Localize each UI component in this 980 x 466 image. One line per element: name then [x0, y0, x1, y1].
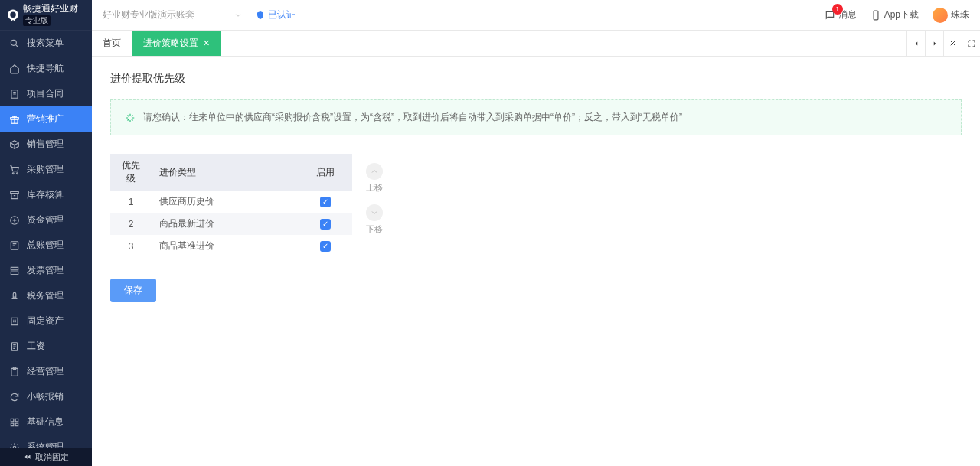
svg-point-0	[11, 40, 16, 45]
th-type: 进价类型	[152, 154, 299, 191]
sparkle-icon	[125, 112, 136, 123]
user-menu[interactable]: 珠珠	[933, 8, 969, 23]
sidebar-item-label: 销售管理	[27, 138, 64, 151]
sidebar-item-search[interactable]: 搜索菜单	[0, 31, 92, 56]
sidebar-item-label: 发票管理	[27, 264, 64, 277]
sidebar-item-operations[interactable]: 经营管理	[0, 359, 92, 384]
sidebar-item-label: 资金管理	[27, 213, 64, 226]
download-label: App下载	[884, 8, 919, 21]
sidebar-item-basic[interactable]: 基础信息	[0, 409, 92, 435]
book-icon	[8, 240, 21, 252]
sidebar-item-label: 税务管理	[27, 289, 64, 302]
close-icon[interactable]: ✕	[203, 38, 210, 48]
svg-rect-10	[11, 318, 18, 324]
sidebar-item-reimburse[interactable]: 小畅报销	[0, 384, 92, 409]
verified-badge[interactable]: 已认证	[256, 8, 296, 21]
move-up-button[interactable]: 上移	[366, 163, 383, 194]
sidebar-item-invoice[interactable]: 发票管理	[0, 258, 92, 283]
cell-type: 商品最新进价	[152, 213, 299, 235]
shield-icon	[256, 11, 265, 20]
sidebar-item-salary[interactable]: 工资	[0, 334, 92, 359]
sidebar-item-marketing[interactable]: 营销推广	[0, 106, 92, 132]
move-down-label: 下移	[366, 223, 383, 235]
sidebar-item-project[interactable]: 项目合同	[0, 81, 92, 106]
cell-type: 商品基准进价	[152, 235, 299, 257]
sidebar-item-quick-nav[interactable]: 快捷导航	[0, 56, 92, 81]
sidebar-item-sales[interactable]: 销售管理	[0, 132, 92, 157]
checkbox-checked-icon[interactable]: ✓	[320, 197, 331, 207]
sidebar-item-tax[interactable]: 税务管理	[0, 283, 92, 308]
fullscreen-button[interactable]	[962, 31, 980, 57]
table-row[interactable]: 1 供应商历史价 ✓	[110, 191, 352, 213]
svg-point-18	[13, 446, 16, 448]
svg-point-5	[17, 172, 18, 174]
th-priority: 优先级	[110, 154, 152, 191]
sidebar-item-label: 项目合同	[27, 87, 64, 100]
checkbox-checked-icon[interactable]: ✓	[320, 219, 331, 230]
message-button[interactable]: 消息 1	[825, 8, 857, 21]
logo[interactable]: 畅捷通好业财 专业版	[0, 0, 92, 31]
tab-prev-button[interactable]	[906, 31, 925, 57]
save-button[interactable]: 保存	[110, 279, 156, 302]
sidebar-item-label: 快捷导航	[27, 62, 64, 75]
app-root: 畅捷通好业财 专业版 搜索菜单 快捷导航 项目合同 营销推广 销售管理 采购管理…	[0, 0, 980, 466]
topbar: 好业财专业版演示账套 已认证 消息 1 App下载	[92, 0, 980, 31]
tab-label: 首页	[103, 37, 121, 50]
sidebar-item-label: 搜索菜单	[27, 37, 64, 50]
cell-priority: 2	[110, 213, 152, 235]
checkbox-checked-icon[interactable]: ✓	[320, 241, 331, 252]
sidebar-item-ledger[interactable]: 总账管理	[0, 233, 92, 258]
sidebar-nav: 搜索菜单 快捷导航 项目合同 营销推广 销售管理 采购管理 库存核算 资金管理 …	[0, 31, 92, 448]
cell-priority: 3	[110, 235, 152, 257]
move-up-label: 上移	[366, 182, 383, 194]
sidebar-item-purchase[interactable]: 采购管理	[0, 157, 92, 182]
svg-point-4	[12, 172, 14, 174]
sidebar-item-label: 基础信息	[27, 415, 64, 429]
move-down-button[interactable]: 下移	[366, 204, 383, 235]
tenant-select[interactable]: 好业财专业版演示账套	[103, 8, 242, 21]
receipt-icon	[8, 265, 21, 277]
tab-home[interactable]: 首页	[92, 31, 132, 56]
verified-label: 已认证	[268, 8, 296, 21]
move-controls: 上移 下移	[366, 154, 383, 235]
search-icon	[8, 37, 21, 50]
sidebar-item-label: 系统管理	[27, 441, 64, 448]
cell-enable: ✓	[299, 213, 352, 235]
chevron-down-icon	[234, 11, 242, 19]
cell-enable: ✓	[299, 191, 352, 213]
svg-rect-14	[11, 419, 14, 422]
sidebar-item-label: 经营管理	[27, 365, 64, 378]
svg-rect-9	[11, 272, 18, 275]
gift-icon	[8, 113, 21, 125]
gear-icon	[8, 442, 21, 448]
chevron-up-icon	[366, 163, 383, 180]
sidebar-footer-label: 取消固定	[35, 451, 69, 463]
tab-label: 进价策略设置	[143, 37, 198, 50]
tab-price-strategy[interactable]: 进价策略设置 ✕	[132, 31, 221, 56]
sidebar-item-system[interactable]: 系统管理	[0, 435, 92, 448]
table-row[interactable]: 3 商品基准进价 ✓	[110, 235, 352, 257]
chevron-down-icon	[366, 204, 383, 221]
brand-name: 畅捷通好业财	[23, 4, 78, 14]
table-row[interactable]: 2 商品最新进价 ✓	[110, 213, 352, 235]
collapse-icon	[23, 452, 32, 461]
sidebar-item-assets[interactable]: 固定资产	[0, 308, 92, 334]
avatar	[933, 8, 948, 23]
sidebar-pin-toggle[interactable]: 取消固定	[0, 448, 92, 466]
save-row: 保存	[110, 279, 962, 302]
th-enable: 启用	[299, 154, 352, 191]
cell-enable: ✓	[299, 235, 352, 257]
tab-next-button[interactable]	[925, 31, 943, 57]
stamp-icon	[8, 290, 21, 302]
table-header-row: 优先级 进价类型 启用	[110, 154, 352, 191]
file-icon	[8, 341, 21, 353]
sidebar-item-funds[interactable]: 资金管理	[0, 207, 92, 233]
cell-type: 供应商历史价	[152, 191, 299, 213]
download-button[interactable]: App下载	[871, 8, 919, 21]
cell-priority: 1	[110, 191, 152, 213]
tabs-row: 首页 进价策略设置 ✕	[92, 31, 980, 57]
sidebar-item-label: 固定资产	[27, 314, 64, 328]
sidebar-item-inventory[interactable]: 库存核算	[0, 182, 92, 207]
main: 好业财专业版演示账套 已认证 消息 1 App下载	[92, 0, 980, 466]
tab-close-all-button[interactable]	[943, 31, 962, 57]
